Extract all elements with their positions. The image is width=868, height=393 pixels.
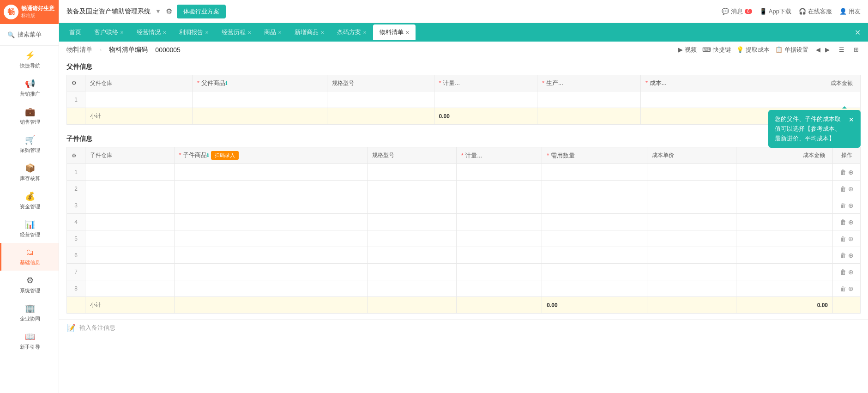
child-warehouse-cell[interactable] bbox=[85, 264, 175, 280]
video-action[interactable]: ▶ 视频 bbox=[678, 46, 697, 54]
child-spec-cell[interactable] bbox=[368, 214, 457, 230]
extract-cost-action[interactable]: 💡 提取成本 bbox=[736, 46, 770, 54]
child-goods-cell[interactable] bbox=[174, 264, 368, 280]
sidebar-item-finance[interactable]: 💰 资金管理 bbox=[0, 187, 59, 215]
child-goods-cell[interactable] bbox=[174, 164, 368, 181]
breadcrumb-bom-list[interactable]: 物料清单 bbox=[66, 46, 92, 54]
child-cost-unit-cell[interactable] bbox=[647, 181, 736, 197]
sidebar-item-inventory[interactable]: 📦 库存核算 bbox=[0, 158, 59, 187]
search-menu-button[interactable]: 🔍 搜索菜单 bbox=[4, 28, 55, 42]
parent-warehouse-cell[interactable] bbox=[85, 91, 193, 108]
tab-operations-overview[interactable]: 经营情况 ✕ bbox=[130, 24, 173, 40]
child-spec-cell[interactable] bbox=[368, 264, 457, 280]
child-warehouse-cell[interactable] bbox=[85, 214, 175, 230]
child-cost-unit-cell[interactable] bbox=[647, 247, 736, 264]
child-quantity-cell[interactable] bbox=[542, 197, 647, 214]
grid-view-icon[interactable]: ⊞ bbox=[852, 45, 861, 54]
child-spec-cell[interactable] bbox=[368, 230, 457, 247]
delete-row-icon[interactable]: 🗑 bbox=[840, 202, 846, 209]
child-goods-cell[interactable] bbox=[174, 197, 368, 214]
tab-close-biz-history[interactable]: ✕ bbox=[247, 30, 251, 35]
scan-input-button[interactable]: 扫码录入 bbox=[211, 151, 239, 160]
copy-row-icon[interactable]: ⊕ bbox=[848, 235, 854, 242]
sidebar-item-quick-nav[interactable]: ⚡ 快捷导航 bbox=[0, 46, 59, 74]
child-unit-cell[interactable] bbox=[456, 181, 542, 197]
tooltip-close-button[interactable]: ✕ bbox=[849, 115, 854, 125]
tab-close-barcode[interactable]: ✕ bbox=[363, 30, 367, 35]
delete-row-icon[interactable]: 🗑 bbox=[840, 252, 846, 259]
tab-goods[interactable]: 商品 ✕ bbox=[258, 24, 288, 40]
settings-gear-icon[interactable]: ⚙ bbox=[166, 7, 172, 16]
tab-home[interactable]: 首页 bbox=[63, 24, 88, 40]
delete-row-icon[interactable]: 🗑 bbox=[840, 169, 846, 176]
child-goods-cell[interactable] bbox=[174, 247, 368, 264]
sidebar-item-marketing[interactable]: 📢 营销推广 bbox=[0, 74, 59, 102]
sidebar-item-sales[interactable]: 💼 销售管理 bbox=[0, 102, 59, 130]
child-cost-unit-cell[interactable] bbox=[647, 164, 736, 181]
copy-row-icon[interactable]: ⊕ bbox=[848, 202, 854, 209]
tab-close-customer[interactable]: ✕ bbox=[120, 30, 124, 35]
sidebar-item-basic-info[interactable]: 🗂 基础信息 bbox=[0, 243, 59, 271]
child-goods-cell[interactable] bbox=[174, 280, 368, 297]
app-download-button[interactable]: 📱 App下载 bbox=[760, 7, 791, 16]
child-quantity-cell[interactable] bbox=[542, 181, 647, 197]
list-view-icon[interactable]: ☰ bbox=[837, 45, 846, 54]
prev-page-button[interactable]: ◀ bbox=[814, 45, 822, 54]
child-quantity-cell[interactable] bbox=[542, 230, 647, 247]
copy-row-icon[interactable]: ⊕ bbox=[848, 252, 854, 259]
delete-row-icon[interactable]: 🗑 bbox=[840, 285, 846, 292]
child-spec-cell[interactable] bbox=[368, 181, 457, 197]
experience-button[interactable]: 体验行业方案 bbox=[177, 5, 226, 18]
child-quantity-cell[interactable] bbox=[542, 164, 647, 181]
parent-produce-cell[interactable] bbox=[537, 91, 641, 108]
single-settings-action[interactable]: 📋 单据设置 bbox=[775, 46, 808, 54]
child-goods-cell[interactable] bbox=[174, 214, 368, 230]
tab-close-new-goods[interactable]: ✕ bbox=[320, 30, 324, 35]
child-warehouse-cell[interactable] bbox=[85, 280, 175, 297]
child-spec-cell[interactable] bbox=[368, 280, 457, 297]
shortcut-action[interactable]: ⌨ 快捷键 bbox=[702, 46, 731, 54]
copy-row-icon[interactable]: ⊕ bbox=[848, 185, 854, 193]
tab-biz-history[interactable]: 经营历程 ✕ bbox=[215, 24, 258, 40]
child-unit-cell[interactable] bbox=[456, 264, 542, 280]
copy-row-icon[interactable]: ⊕ bbox=[848, 285, 854, 292]
delete-row-icon[interactable]: 🗑 bbox=[840, 235, 846, 242]
next-page-button[interactable]: ▶ bbox=[823, 45, 832, 54]
child-warehouse-cell[interactable] bbox=[85, 247, 175, 264]
parent-unit-cell[interactable] bbox=[434, 91, 537, 108]
child-warehouse-cell[interactable] bbox=[85, 181, 175, 197]
copy-row-icon[interactable]: ⊕ bbox=[848, 218, 854, 226]
parent-col-gear[interactable]: ⚙ bbox=[67, 75, 85, 91]
child-warehouse-cell[interactable] bbox=[85, 230, 175, 247]
child-warehouse-cell[interactable] bbox=[85, 164, 175, 181]
child-spec-cell[interactable] bbox=[368, 164, 457, 181]
sidebar-item-operations[interactable]: 📊 经营管理 bbox=[0, 215, 59, 243]
child-col-gear[interactable]: ⚙ bbox=[67, 147, 85, 164]
tab-close-operations[interactable]: ✕ bbox=[163, 30, 166, 35]
parent-goods-cell[interactable] bbox=[193, 91, 327, 108]
child-quantity-cell[interactable] bbox=[542, 214, 647, 230]
tab-profit-report[interactable]: 利润报告 ✕ bbox=[173, 24, 215, 40]
tab-close-bom[interactable]: ✕ bbox=[405, 30, 409, 35]
child-unit-cell[interactable] bbox=[456, 197, 542, 214]
sidebar-item-enterprise[interactable]: 🏢 企业协同 bbox=[0, 299, 59, 327]
child-cost-unit-cell[interactable] bbox=[647, 230, 736, 247]
tab-barcode-plan[interactable]: 条码方案 ✕ bbox=[331, 24, 373, 40]
child-cost-unit-cell[interactable] bbox=[647, 264, 736, 280]
child-warehouse-cell[interactable] bbox=[85, 197, 175, 214]
child-cost-unit-cell[interactable] bbox=[647, 197, 736, 214]
copy-row-icon[interactable]: ⊕ bbox=[848, 169, 854, 176]
bottom-hint-text[interactable]: 输入备注信息 bbox=[79, 324, 115, 332]
tab-close-goods[interactable]: ✕ bbox=[278, 30, 282, 35]
message-button[interactable]: 💬 消息 6 bbox=[722, 7, 752, 16]
delete-row-icon[interactable]: 🗑 bbox=[840, 185, 846, 193]
child-unit-cell[interactable] bbox=[456, 230, 542, 247]
child-spec-cell[interactable] bbox=[368, 247, 457, 264]
sidebar-item-guide[interactable]: 📖 新手引导 bbox=[0, 327, 59, 355]
parent-cost-cell[interactable] bbox=[641, 91, 744, 108]
sidebar-item-system[interactable]: ⚙ 系统管理 bbox=[0, 271, 59, 299]
parent-spec-cell[interactable] bbox=[327, 91, 434, 108]
child-goods-cell[interactable] bbox=[174, 230, 368, 247]
tab-bom-list[interactable]: 物料清单 ✕ bbox=[373, 24, 416, 40]
copy-row-icon[interactable]: ⊕ bbox=[848, 268, 854, 276]
